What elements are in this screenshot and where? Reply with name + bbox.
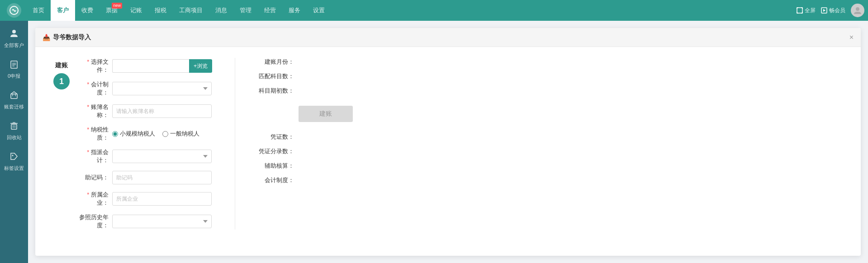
user-icon [853, 6, 862, 15]
build-button[interactable]: 建账 [299, 106, 353, 122]
vip-btn[interactable]: 畅会员 [821, 7, 845, 14]
sidebar-item-declaration[interactable]: 0申报 [0, 55, 28, 84]
initial-subjects-row: 科目期初数： [258, 87, 394, 95]
right-form: 建账月份： 匹配科目数： 科目期初数： 建 [258, 58, 394, 184]
right-section: 建账月份： 匹配科目数： 科目期初数： 建 [258, 58, 394, 230]
logo [4, 0, 24, 21]
ledger-name-label: * 账簿名称： [77, 103, 109, 119]
nav-item-tax[interactable]: 报税 [148, 0, 173, 21]
form-section: * 选择文件： +浏览 * 会计制度： [77, 58, 212, 230]
nav-item-invoices[interactable]: 票据 new [100, 0, 124, 21]
accounting-system-select[interactable] [112, 82, 212, 95]
trash-icon [9, 121, 19, 132]
nav-item-manage[interactable]: 管理 [233, 0, 258, 21]
fullscreen-icon [797, 7, 803, 14]
main-layout: 全部客户 0申报 账套迁移 [0, 21, 868, 263]
declaration-icon [9, 60, 19, 71]
sidebar-item-migration[interactable]: 账套迁移 [0, 86, 28, 115]
nav-item-service[interactable]: 服务 [282, 0, 307, 21]
close-button[interactable]: × [849, 34, 854, 41]
svg-marker-3 [823, 9, 825, 12]
dialog-title: 导爷数据导入 [53, 33, 91, 42]
history-year-select[interactable] [112, 215, 212, 228]
svg-point-17 [12, 155, 14, 156]
memo-label: 助记码： [77, 174, 109, 182]
match-subjects-row: 匹配科目数： [258, 72, 394, 80]
tax-type-label: * 纳税性质： [77, 126, 109, 142]
sidebar-item-labels[interactable]: 标签设置 [0, 147, 28, 176]
required-star-5: * [87, 149, 89, 155]
svg-rect-13 [11, 124, 17, 129]
aux-accounting-label: 辅助核算： [258, 162, 294, 170]
nav-right: 全屏 畅会员 [797, 4, 864, 17]
accountant-row: * 指派会计： [77, 148, 212, 164]
fullscreen-btn[interactable]: 全屏 [797, 7, 816, 14]
step-circle: 1 [53, 73, 70, 89]
history-year-label: 参照历史年度： [77, 213, 109, 230]
tax-general-radio-input[interactable] [162, 131, 168, 137]
import-icon: 📥 [43, 34, 50, 41]
accounting-system-row: * 会计制度： [77, 80, 212, 97]
voucher-entries-label: 凭证分录数： [258, 147, 294, 155]
migration-icon [9, 90, 19, 102]
memo-row: 助记码： [77, 171, 212, 184]
file-label: * 选择文件： [77, 58, 109, 74]
accountant-label: * 指派会计： [77, 148, 109, 164]
nav-item-bookkeeping[interactable]: 记账 [124, 0, 148, 21]
step-section: 建账 1 * 选择文件： +浏览 [53, 58, 212, 230]
nav-item-business[interactable]: 工商项目 [173, 0, 209, 21]
svg-point-5 [12, 30, 16, 33]
dialog: 📥 导爷数据导入 × 建账 1 * [35, 28, 861, 256]
top-nav: 首页 客户 收费 票据 new 记账 报税 工商项目 消息 管理 经营 服务 设… [0, 0, 868, 21]
browse-button[interactable]: +浏览 [189, 59, 212, 73]
accountant-select[interactable] [112, 150, 212, 163]
tax-small-radio[interactable]: 小规模纳税人 [112, 130, 155, 138]
nav-item-customers[interactable]: 客户 [51, 0, 75, 21]
tax-general-radio[interactable]: 一般纳税人 [162, 130, 199, 138]
company-row: * 所属企业： [77, 191, 212, 207]
right-accounting-system-row: 会计制度： [258, 176, 394, 184]
required-star-6: * [87, 191, 89, 198]
file-input[interactable] [112, 59, 189, 73]
company-label: * 所属企业： [77, 191, 109, 207]
avatar[interactable] [851, 4, 864, 17]
file-input-group: +浏览 [112, 59, 212, 73]
tax-small-radio-input[interactable] [112, 131, 118, 137]
ledger-name-row: * 账簿名称： [77, 103, 212, 119]
nav-item-fees[interactable]: 收费 [75, 0, 100, 21]
company-input[interactable] [112, 192, 212, 206]
build-month-label: 建账月份： [258, 58, 294, 66]
voucher-entries-row: 凭证分录数： [258, 147, 394, 155]
required-star-4: * [87, 126, 89, 133]
play-icon [821, 7, 827, 14]
nav-item-home[interactable]: 首页 [26, 0, 51, 21]
build-month-row: 建账月份： [258, 58, 394, 66]
nav-item-settings[interactable]: 设置 [307, 0, 331, 21]
svg-rect-1 [797, 8, 802, 13]
content: 📥 导爷数据导入 × 建账 1 * [28, 21, 868, 263]
logo-icon [9, 5, 19, 15]
divider [235, 58, 235, 230]
voucher-count-label: 凭证数： [258, 133, 294, 141]
sidebar-item-trash[interactable]: 回收站 [0, 117, 28, 146]
dialog-body: 建账 1 * 选择文件： +浏览 [35, 47, 861, 240]
aux-accounting-row: 辅助核算： [258, 162, 394, 170]
initial-subjects-label: 科目期初数： [258, 87, 294, 95]
nav-item-message[interactable]: 消息 [209, 0, 233, 21]
required-star: * [87, 58, 89, 65]
right-accounting-system-label: 会计制度： [258, 176, 294, 184]
history-year-row: 参照历史年度： [77, 213, 212, 230]
required-star-3: * [87, 103, 89, 110]
match-subjects-label: 匹配科目数： [258, 72, 294, 80]
tax-radio-group: 小规模纳税人 一般纳税人 [112, 130, 199, 138]
new-badge: new [112, 3, 122, 9]
sidebar-item-all-customers[interactable]: 全部客户 [0, 24, 28, 53]
step-indicator: 建账 1 [53, 58, 70, 89]
user-group-icon [9, 29, 19, 38]
nav-item-operation[interactable]: 经营 [258, 0, 282, 21]
memo-input[interactable] [112, 171, 212, 184]
file-row: * 选择文件： +浏览 [77, 58, 212, 74]
clipboard-icon [9, 60, 19, 69]
ledger-name-input[interactable] [112, 104, 212, 118]
build-btn-container: 建账 [258, 106, 394, 122]
